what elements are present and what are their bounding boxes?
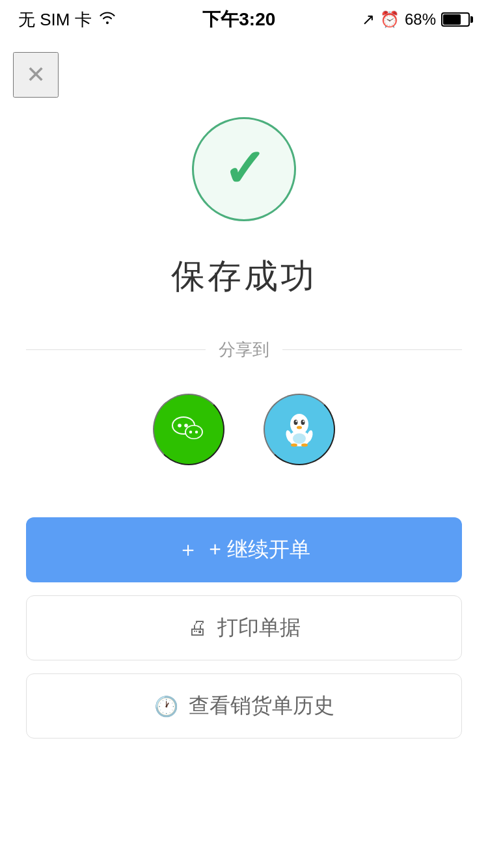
svg-point-5 xyxy=(186,426,202,439)
main-content: ✓ 保存成功 分享到 xyxy=(0,98,488,868)
continue-icon: ＋ xyxy=(178,536,198,564)
svg-point-16 xyxy=(291,444,297,447)
svg-point-6 xyxy=(189,431,192,433)
divider-right xyxy=(282,349,462,350)
close-button[interactable]: ✕ xyxy=(13,52,59,98)
continue-label: + 继续开单 xyxy=(209,536,310,564)
svg-point-11 xyxy=(295,420,297,422)
action-buttons: ＋ + 继续开单 🖨 打印单据 🕐 查看销货单历史 xyxy=(26,517,462,739)
status-bar: 无 SIM 卡 下午3:20 ↗ ⏰ 68% xyxy=(0,0,488,39)
qq-share-button[interactable] xyxy=(264,394,335,465)
wechat-icon xyxy=(169,410,208,449)
location-icon: ↗ xyxy=(362,10,375,29)
continue-order-button[interactable]: ＋ + 继续开单 xyxy=(26,517,462,582)
status-right: ↗ ⏰ 68% xyxy=(362,10,470,29)
alarm-icon: ⏰ xyxy=(380,10,400,29)
wifi-icon xyxy=(98,10,116,29)
svg-point-10 xyxy=(301,420,305,425)
history-icon: 🕐 xyxy=(154,695,178,718)
share-label: 分享到 xyxy=(219,338,269,361)
share-divider: 分享到 xyxy=(26,338,462,361)
svg-point-3 xyxy=(184,424,188,427)
svg-point-12 xyxy=(303,420,304,422)
svg-point-2 xyxy=(178,424,182,427)
divider-left xyxy=(26,349,206,350)
carrier-text: 无 SIM 卡 xyxy=(18,8,92,31)
battery-icon xyxy=(441,12,470,27)
time-display: 下午3:20 xyxy=(202,7,275,32)
history-button[interactable]: 🕐 查看销货单历史 xyxy=(26,673,462,739)
success-title: 保存成功 xyxy=(171,254,317,299)
close-icon: ✕ xyxy=(26,61,46,88)
svg-point-17 xyxy=(301,444,308,447)
wechat-share-button[interactable] xyxy=(153,394,224,465)
history-label: 查看销货单历史 xyxy=(189,692,334,720)
print-label: 打印单据 xyxy=(217,614,301,642)
print-button[interactable]: 🖨 打印单据 xyxy=(26,595,462,660)
print-icon: 🖨 xyxy=(187,617,207,639)
success-circle: ✓ xyxy=(192,117,296,221)
share-icons xyxy=(153,394,335,465)
svg-point-13 xyxy=(297,426,302,429)
qq-icon xyxy=(280,410,319,449)
svg-point-15 xyxy=(293,433,306,444)
svg-point-7 xyxy=(195,431,198,433)
checkmark-icon: ✓ xyxy=(223,143,266,195)
status-left: 无 SIM 卡 xyxy=(18,8,116,31)
battery-percentage: 68% xyxy=(405,10,436,29)
svg-point-9 xyxy=(294,420,298,425)
